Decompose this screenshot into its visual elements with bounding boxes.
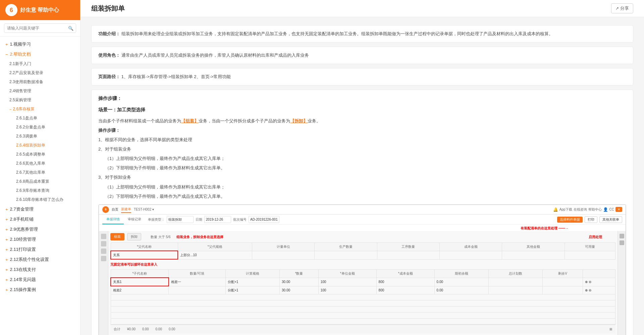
nav-label: 2.1新手入门 [9,61,31,67]
expand-icon: + [5,257,8,262]
expand-icon: + [5,267,8,272]
sidebar-item-cost-recalc[interactable]: 2.6.8商品成本重算 [16,177,80,186]
main-content: 组装拆卸单 ↗ 分享 功能介绍： 组装拆卸单用来处理企业组装或拆卸等加工业务，支… [80,0,644,335]
sim-icon-user: 👤 [603,206,608,213]
sim-assemble-btn[interactable]: 组装 [110,233,124,240]
sim-related-btn[interactable]: 其他关联单 [599,216,622,223]
nav-label: 2.6.3调拨单 [16,133,37,139]
sim-tab-audit[interactable]: 审核记录 [124,215,145,224]
sim-lower-td-4: 30.00 [280,278,319,286]
sim-right-icon1 [620,234,624,238]
sim-lower-r2-td-2 [169,286,226,294]
role-label: 使用角色： [98,53,120,58]
sim-field-type-val: 组装拆卸 [167,216,194,223]
sim-upper-th-7: 其他金额 [502,243,565,251]
sim-icon3 [101,248,106,254]
sim-footer-val4: 0.00 [169,326,175,332]
content-area: 功能介绍： 组装拆卸单用来处理企业组装或拆卸等加工业务，支持有固定装配清单的产品… [80,17,644,335]
share-icon: ↗ [615,6,619,11]
sim-icon1 [101,234,106,239]
expand-icon: + [5,287,8,292]
sim-lower-th-remain: 剩余V [542,270,583,278]
sidebar-item-dataprep[interactable]: 2.3使用前数据准备 [9,77,80,87]
sidebar-item-stocktake[interactable]: 2.6.1盘点单 [16,114,80,123]
step2-2: （2）下部明细为子件明细，最终作为原材料生成其它出库单。 [98,164,626,172]
sim-lower-r2-td-4: 30.00 [280,286,319,294]
helpdoc-subnav: 2.1新手入门 2.2产品安装及登录 2.3使用前数据准备 2.4销售管理 2.… [0,59,80,204]
sidebar-item-inventory-ledger[interactable]: 2.6.9库存账本查询 [16,186,80,195]
sidebar-item-mobile[interactable]: + 2.8手机旺铺 [0,214,80,224]
step3-2: （2）下部明细为子件明细，最终作为产成品生成其它入库单。 [98,193,626,200]
sidebar-item-helpdoc[interactable]: − 2.帮助文档 [0,49,80,59]
nav-label: 2.6.9库存账本查询 [16,188,49,193]
sim-lower-r2-td-10: ⊕ ⊖ [583,286,615,294]
sim-lower-td-10: ⊕ ⊖ [583,278,615,286]
sim-lower-table: *子代名称 数量/可填 计算规格 *数量 *单位金额 *成本金额 期初余额 总计… [110,269,615,325]
sidebar-item-personalize[interactable]: + 2.12系统个性化设置 [0,255,80,265]
sidebar-item-faq[interactable]: + 2.14常见问题 [0,275,80,285]
sim-lower-r2-td-6: 800 [376,286,434,294]
page-title: 组装拆卸单 [91,4,125,13]
sidebar-item-payment[interactable]: + 2.13在线支付 [0,265,80,275]
sim-lower-th-init: 期初余额 [434,270,488,278]
sidebar-item-label: 1.视频学习 [10,41,31,47]
sidebar-item-cost-adj[interactable]: 2.6.5成本调整单 [16,150,80,159]
path-label: 页面路径： [98,74,120,79]
path-text: 1、库存核算->库存管理->组装拆卸单 2、首页->常用功能 [121,74,231,79]
sim-lower-th-spec: 计算规格 [225,270,279,278]
sim-field-batchno-val: AD-20191226-001 [249,216,279,223]
sidebar-item-label: 2.13在线支付 [10,267,36,273]
sim-lower-header-row: *子代名称 数量/可填 计算规格 *数量 *单位金额 *成本金额 期初余额 总计… [111,270,615,278]
sim-close-btn[interactable]: ✕ [615,207,622,212]
table-row [111,313,615,319]
ops-title: 操作步骤： [98,95,626,103]
sim-disassemble-btn[interactable]: 拆卸 [127,233,141,240]
sidebar-item-label: 2.10经营管理 [10,236,36,242]
sidebar-item-inventory[interactable]: − 2.6库存核算 [9,105,80,114]
sidebar-item-coupon[interactable]: + 2.9优惠券管理 [0,224,80,234]
sidebar-item-video[interactable]: + 1.视频学习 [0,39,80,49]
scene1-desc-end: 业务。 [308,118,321,123]
sidebar-item-label: 2.帮助文档 [10,51,31,57]
sidebar-item-assembly[interactable]: 2.6.4组装拆卸单 [16,141,80,150]
sim-upper-th-1: *父代名称 [111,243,178,251]
sidebar-item-sales[interactable]: 2.4销售管理 [9,87,80,96]
sim-print-btn[interactable]: 打印 [585,216,597,223]
sidebar-item-other-in[interactable]: 2.6.6其他入库单 [16,159,80,168]
sidebar-item-partial-stocktake[interactable]: 2.6.2分量盘点单 [16,123,80,132]
sim-field-date-label: 日期 [196,217,202,222]
sim-tab-detail[interactable]: 单据详情 [102,215,124,224]
nav-label: 2.6.5成本调整单 [16,152,45,157]
sidebar-item-label: 2.15操作案例 [10,287,36,293]
sidebar-item-print[interactable]: + 2.11打印设置 [0,244,80,255]
search-input[interactable] [4,23,76,33]
sim-lower-td-2: 相差一 [169,278,226,286]
screenshot-container: 6 自页 新建单 TEST-H002 ▾ 🔔 App下载 在线咨询 帮助中心 👤… [98,204,626,335]
sim-upper-td-unit [252,251,315,259]
sidebar-item-transfer[interactable]: 2.6.3调拨单 [16,132,80,141]
sidebar-item-ledger-error[interactable]: 2.6.10库存账本错了怎么办 [16,195,80,204]
expand-icon: + [5,237,8,242]
nav-label: 2.4销售管理 [9,88,31,94]
sim-annotation-bom: 有装配清单的在这里处理 ——→ [102,225,622,231]
sidebar-item-finance[interactable]: + 2.7资金管理 [0,204,80,214]
sidebar-item-label: 2.11打印设置 [10,246,36,253]
spacer [182,326,603,332]
sim-field-type-label: 单据类型： [148,217,165,222]
expand-icon: + [5,277,8,282]
scene1-title: 场景一：加工类型选择 [98,106,626,114]
sim-annotation-row: 有装配清单的在这里处理 ——→ [99,225,626,231]
sidebar-item-install[interactable]: 2.2产品安装及登录 [9,68,80,77]
sidebar-item-purchase[interactable]: 2.5采购管理 [9,96,80,105]
sidebar-item-cases[interactable]: + 2.15操作案例 [0,285,80,295]
logo-icon: 6 [5,4,17,16]
sim-upper-th-5: 工序数量 [377,243,439,251]
sidebar-item-other-out[interactable]: 2.6.7其他出库单 [16,168,80,177]
scene1-desc-text: 当由多个子件材料组装成一个成品的业务为 [98,118,181,123]
sim-bom-btn[interactable]: 选择料件单据 [557,217,583,223]
sidebar-item-ops[interactable]: + 2.10经营管理 [0,234,80,244]
sidebar-item-newbie[interactable]: 2.1新手入门 [9,59,80,68]
expand-icon: + [5,247,8,252]
sim-logo: 6 [102,206,109,213]
share-button[interactable]: ↗ 分享 [611,3,633,13]
